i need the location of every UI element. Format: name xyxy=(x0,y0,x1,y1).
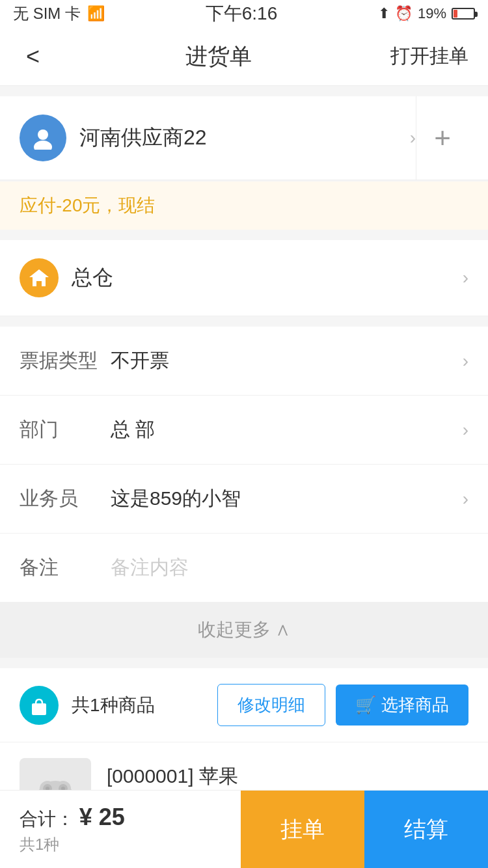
battery-percent: 19% xyxy=(418,5,446,22)
add-supplier-button[interactable]: + xyxy=(416,96,468,180)
invoice-row[interactable]: 票据类型 不开票 › xyxy=(0,327,488,396)
supplier-avatar xyxy=(20,115,66,161)
remark-label: 备注 xyxy=(20,554,111,581)
checkout-button[interactable]: 结算 xyxy=(364,791,488,868)
salesman-value: 这是859的小智 xyxy=(111,485,456,512)
svg-marker-2 xyxy=(29,269,49,277)
wifi-icon: 📶 xyxy=(87,5,105,22)
bottom-bar: 合计： ¥ 25 共1种 挂单 结算 xyxy=(0,790,488,868)
collapse-label: 收起更多 ∧ xyxy=(198,619,291,640)
svg-rect-5 xyxy=(32,703,46,715)
status-bar: 无 SIM 卡 📶 下午6:16 ⬆ ⏰ 19% xyxy=(0,0,488,27)
chevron-right-icon: › xyxy=(410,128,416,148)
total-label: 合计： xyxy=(20,809,74,829)
remark-row[interactable]: 备注 备注内容 xyxy=(0,534,488,602)
total-amount: ¥ 25 xyxy=(79,804,125,830)
warehouse-section[interactable]: 总仓 › xyxy=(0,240,488,316)
svg-point-1 xyxy=(34,141,52,150)
product-icon xyxy=(20,686,59,725)
product-header: 共1种商品 修改明细 🛒 选择商品 xyxy=(0,668,488,742)
total-count: 共1种 xyxy=(20,834,221,855)
svg-rect-4 xyxy=(36,281,42,286)
carrier-text: 无 SIM 卡 xyxy=(13,3,81,24)
total-section: 合计： ¥ 25 共1种 xyxy=(0,791,241,868)
status-time: 下午6:16 xyxy=(206,1,278,26)
open-pending-button[interactable]: 打开挂单 xyxy=(390,43,468,70)
select-product-button[interactable]: 🛒 选择商品 xyxy=(336,685,468,726)
person-icon xyxy=(31,126,55,150)
invoice-label: 票据类型 xyxy=(20,347,111,374)
chevron-right-icon: › xyxy=(463,489,468,509)
warning-text: 应付-20元，现结 xyxy=(20,195,155,215)
supplier-section: 河南供应商22 › + xyxy=(0,96,488,180)
modify-detail-button[interactable]: 修改明细 xyxy=(217,684,325,726)
department-row[interactable]: 部门 总 部 › xyxy=(0,396,488,465)
shopping-bag-icon xyxy=(28,694,50,716)
page-title: 进货单 xyxy=(185,42,252,72)
product-count: 共1种商品 xyxy=(72,693,217,718)
warehouse-name: 总仓 xyxy=(72,264,456,292)
product-name: [0000001] 苹果 xyxy=(107,763,438,790)
total-row: 合计： ¥ 25 xyxy=(20,804,221,832)
department-value: 总 部 xyxy=(111,416,456,443)
chevron-right-icon: › xyxy=(463,267,468,288)
battery-icon xyxy=(452,8,475,20)
chevron-right-icon: › xyxy=(463,351,468,372)
status-left: 无 SIM 卡 📶 xyxy=(13,3,105,24)
warehouse-icon xyxy=(20,258,59,297)
pending-button[interactable]: 挂单 xyxy=(241,791,364,868)
select-icon: 🛒 xyxy=(355,695,376,715)
invoice-value: 不开票 xyxy=(111,347,456,374)
status-right: ⬆ ⏰ 19% xyxy=(378,5,475,22)
collapse-bar[interactable]: 收起更多 ∧ xyxy=(0,602,488,658)
salesman-label: 业务员 xyxy=(20,485,111,512)
select-label: 选择商品 xyxy=(381,694,449,716)
product-title: 苹果 xyxy=(199,765,238,787)
supplier-name: 河南供应商22 xyxy=(79,124,403,152)
location-icon: ⬆ xyxy=(378,5,390,22)
svg-point-0 xyxy=(38,129,48,140)
department-label: 部门 xyxy=(20,416,111,443)
salesman-row[interactable]: 业务员 这是859的小智 › xyxy=(0,465,488,534)
warning-banner: 应付-20元，现结 xyxy=(0,182,488,230)
alarm-icon: ⏰ xyxy=(395,5,413,22)
supplier-selector[interactable]: 河南供应商22 › xyxy=(20,96,416,180)
remark-input[interactable]: 备注内容 xyxy=(111,554,468,581)
main-content: 河南供应商22 › + 应付-20元，现结 总仓 › 票据类型 不开票 › 部门 xyxy=(0,96,488,868)
chevron-right-icon: › xyxy=(463,420,468,441)
product-code: [0000001] xyxy=(107,765,193,787)
home-icon xyxy=(28,267,50,289)
nav-bar: < 进货单 打开挂单 xyxy=(0,27,488,86)
back-button[interactable]: < xyxy=(20,36,46,77)
form-section: 票据类型 不开票 › 部门 总 部 › 业务员 这是859的小智 › 备注 备注… xyxy=(0,327,488,602)
